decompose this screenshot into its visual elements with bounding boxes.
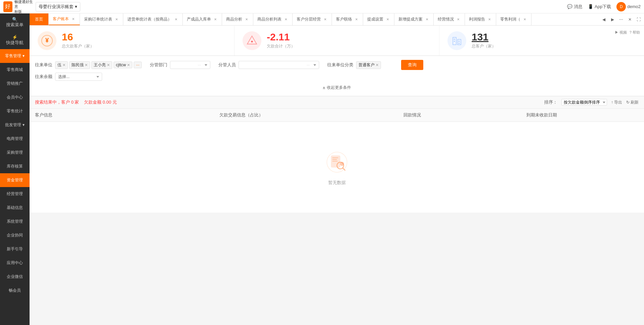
sidebar-item-app-center[interactable]: 应用中心 [0,256,30,270]
tab-product-incoming[interactable]: 产成品入库单 ✕ [183,13,222,25]
sidebar-item-quicknav[interactable]: ⚡ 快捷导航 [0,31,30,49]
tab-close-purchase[interactable]: ✕ [114,17,119,22]
sidebar-item-system[interactable]: 系统管理 [0,215,30,228]
tab-purchase-order-stats[interactable]: 采购订单统计表 ✕ [80,13,123,25]
col-customer-info: 客户信息 [30,109,214,122]
table-container: 客户信息 欠款交易信息（占比） 回款情况 到期未收款日期 [30,109,644,213]
tab-close-commission[interactable]: ✕ [385,17,390,22]
filter-input-dept-wrap: ··· [170,61,210,69]
tab-product-analysis-list[interactable]: 商品分析列表 ✕ [253,13,293,25]
stat-label-arrears: 欠款合计（万） [267,43,295,49]
filter-select-balance[interactable]: 选择... [55,73,102,81]
stat-value-total-clients: 131 [472,32,496,42]
tab-inventory-stats[interactable]: 进货单统计表（按商品） ✕ [123,13,183,25]
tag-close-wang[interactable]: ✕ [107,63,110,67]
results-actions: 排序： 按欠款金额倒序排序 ↑ 导出 ↻ 刷新 [544,99,639,106]
svg-line-16 [343,168,345,170]
stat-value-arrears: -2.11 [267,32,295,42]
tag-close-cjttcw[interactable]: ✕ [127,63,130,67]
sort-select[interactable]: 按欠款金额倒序排序 [561,99,607,106]
export-button[interactable]: ↑ 导出 [611,100,622,105]
download-icon: 📱 [588,4,593,9]
table-header: 客户信息 欠款交易信息（占比） 回款情况 到期未收款日期 [30,109,644,122]
sidebar-item-retail[interactable]: 零售管理 ▾ [0,49,30,63]
tab-close-all-button[interactable]: ✕ [626,15,634,24]
stat-label-total-clients: 总客户（家） [472,43,496,49]
tab-new-scheme[interactable]: 新增提成方案 ✕ [394,13,434,25]
filter-tag-normal-customer: 普通客户 ✕ [356,61,381,69]
tab-customer-tier[interactable]: 客户分层经营 ✕ [293,13,332,25]
sidebar-item-enterprise-wechat[interactable]: 企业微信 [0,270,30,284]
sidebar-item-marketing[interactable]: 营销推广 [0,77,30,91]
empty-state: 暂无数据 [30,122,644,213]
search-icon: 🔍 [12,17,17,22]
sidebar-item-operation[interactable]: 经营管理 [0,187,30,201]
filter-tag-more[interactable]: ··· [134,62,142,68]
refresh-button[interactable]: ↻ 刷新 [626,100,639,105]
tab-expand-button[interactable]: ⛶ [635,15,643,24]
sidebar-item-purchase[interactable]: 采购管理 [0,146,30,159]
sidebar-item-member[interactable]: 会员中心 [0,91,30,104]
stat-label-customers: 总欠款客户（家） [62,43,94,49]
sidebar-item-finance[interactable]: 资金管理 [0,173,30,187]
tab-close-inventory[interactable]: ✕ [174,17,178,22]
tab-profit-report[interactable]: 利润报告 ✕ [465,13,496,25]
tab-home[interactable]: 首页 [30,13,49,25]
user-avatar-area[interactable]: D demo2 [616,2,641,11]
message-button[interactable]: 💬 消息 [567,4,583,10]
sidebar-item-search[interactable]: 🔍 搜索菜单 [0,13,30,31]
workspace-selector[interactable]: 母婴行业演示账套 ▾ [36,2,80,11]
tab-prev-button[interactable]: ◀ [600,15,608,24]
page-content: ¥ 16 总欠款客户（家） ✦ [30,26,644,325]
collapse-button[interactable]: ∧ 收起更多条件 [35,83,639,92]
tab-close-analysis[interactable]: ✕ [244,17,249,22]
tab-close-analysis-list[interactable]: ✕ [284,17,288,22]
sidebar-item-new-guide[interactable]: 新手引导 [0,242,30,256]
query-button[interactable]: 查询 [401,60,423,70]
tab-product-analysis[interactable]: 商品分析 ✕ [222,13,253,25]
tab-close-customer-account[interactable]: ✕ [71,17,76,21]
svg-rect-12 [332,157,338,158]
sidebar-item-enterprise-cooperation[interactable]: 企业协同 [0,228,30,242]
filter-area: 往来单位 伍 ✕ 陈民强 ✕ 王小亮 ✕ [30,56,644,96]
sidebar-item-vip-member[interactable]: 畅会员 [0,284,30,297]
tab-customer-account[interactable]: 客户账本 ✕ [49,13,80,25]
tab-menu-button[interactable]: ⋯ [617,15,625,24]
app-download-button[interactable]: 📱 App下载 [588,4,611,10]
sidebar-item-retail-mall[interactable]: 零售商城 [0,63,30,77]
col-due-date: 到期未收款日期 [521,109,644,122]
tab-next-button[interactable]: ▶ [608,15,616,24]
stat-icon-circle-orange: ¥ [38,31,56,50]
sidebar-item-inventory[interactable]: 库存核算 [0,159,30,173]
svg-rect-7 [454,41,455,42]
filter-label-manager: 分管人员 [218,62,236,68]
tab-close-contact[interactable]: ✕ [354,17,359,22]
tag-close-wu[interactable]: ✕ [62,63,66,67]
filter-row-balance: 往来余额 选择... [35,73,639,81]
tag-close-chen[interactable]: ✕ [85,63,88,67]
filter-manager-dots: ··· [307,63,310,67]
filter-input-manager-wrap: ··· [239,61,319,69]
tab-close-business[interactable]: ✕ [456,17,461,22]
stat-icon-total-clients [447,31,466,50]
video-button[interactable]: ▶ 视频 [615,30,627,35]
tag-close-normal-customer[interactable]: ✕ [376,63,379,67]
filter-select-dept[interactable] [170,61,210,69]
tab-customer-contact[interactable]: 客户联络 ✕ [332,13,363,25]
tab-commission-settings[interactable]: 提成设置 ✕ [363,13,394,25]
tab-close-scheme[interactable]: ✕ [425,17,429,22]
stat-block-customers: ¥ 16 总欠款客户（家） [30,26,234,56]
tab-close-tier[interactable]: ✕ [323,17,328,22]
tab-close-retail-profit[interactable]: ✕ [522,17,527,22]
sidebar-item-ecommerce[interactable]: 电商管理 [0,132,30,146]
help-button[interactable]: ? 帮助 [630,30,640,35]
tab-retail-profit[interactable]: 零售利润（ ✕ [496,13,531,25]
filter-label-unit: 往来单位 [35,62,52,68]
filter-select-category[interactable] [382,61,396,69]
tab-business-status[interactable]: 经营情况 ✕ [434,13,465,25]
sidebar-item-basic-info[interactable]: 基础信息 [0,201,30,215]
sidebar-item-wholesale[interactable]: 批发管理 ▾ [0,118,30,132]
sidebar-item-retail-stats[interactable]: 零售统计 [0,104,30,118]
tab-close-product[interactable]: ✕ [213,17,218,22]
tab-close-profit[interactable]: ✕ [487,17,492,22]
